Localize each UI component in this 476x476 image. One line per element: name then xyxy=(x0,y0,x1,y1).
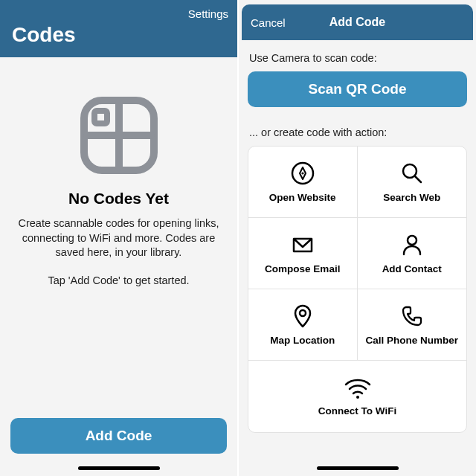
empty-hint: Tap 'Add Code' to get started. xyxy=(48,274,189,289)
wifi-icon xyxy=(344,377,372,399)
action-grid: Open Website Search Web xyxy=(248,146,467,433)
add-code-screen: Cancel Add Code Use Camera to scan code:… xyxy=(238,0,476,476)
add-code-button[interactable]: Add Code xyxy=(10,418,227,454)
actions-section-label: ... or create code with action: xyxy=(249,126,466,138)
mail-icon xyxy=(290,232,315,257)
action-label: Add Contact xyxy=(382,263,442,274)
compass-icon xyxy=(290,161,315,186)
mappin-icon xyxy=(290,303,315,329)
action-label: Connect To WiFi xyxy=(318,405,396,416)
codes-library-screen: Settings Codes No Codes Yet Create scann… xyxy=(0,0,238,476)
scan-section-label: Use Camera to scan code: xyxy=(249,52,466,64)
svg-point-10 xyxy=(408,236,416,245)
modal-header: Cancel Add Code xyxy=(242,4,473,40)
svg-rect-3 xyxy=(94,111,107,123)
empty-description: Create scannable codes for opening links… xyxy=(18,216,219,260)
home-indicator xyxy=(78,466,160,470)
action-add-contact[interactable]: Add Contact xyxy=(358,218,467,289)
action-compose-email[interactable]: Compose Email xyxy=(248,218,358,289)
action-call-phone[interactable]: Call Phone Number xyxy=(358,289,467,361)
contact-icon xyxy=(399,232,425,257)
action-label: Compose Email xyxy=(265,263,340,274)
action-label: Map Location xyxy=(270,335,335,346)
empty-heading: No Codes Yet xyxy=(68,190,169,208)
action-label: Open Website xyxy=(269,192,336,203)
page-title: Codes xyxy=(0,20,237,57)
search-icon xyxy=(399,161,425,186)
settings-link[interactable]: Settings xyxy=(188,7,228,20)
action-label: Call Phone Number xyxy=(365,335,458,346)
action-open-website[interactable]: Open Website xyxy=(248,147,358,218)
svg-line-8 xyxy=(415,176,421,182)
svg-point-6 xyxy=(301,172,303,174)
action-map-location[interactable]: Map Location xyxy=(248,289,358,361)
cancel-button[interactable]: Cancel xyxy=(251,16,286,29)
action-label: Search Web xyxy=(383,192,440,203)
action-search-web[interactable]: Search Web xyxy=(358,147,467,218)
empty-state: No Codes Yet Create scannable codes for … xyxy=(0,57,237,418)
action-connect-wifi[interactable]: Connect To WiFi xyxy=(248,361,466,432)
scan-qr-button[interactable]: Scan QR Code xyxy=(248,71,467,107)
codes-empty-icon xyxy=(78,94,160,176)
svg-point-12 xyxy=(356,396,359,399)
header-bar: Settings Codes xyxy=(0,0,237,57)
home-indicator xyxy=(317,466,399,470)
phone-icon xyxy=(399,303,425,329)
svg-point-11 xyxy=(300,310,306,316)
